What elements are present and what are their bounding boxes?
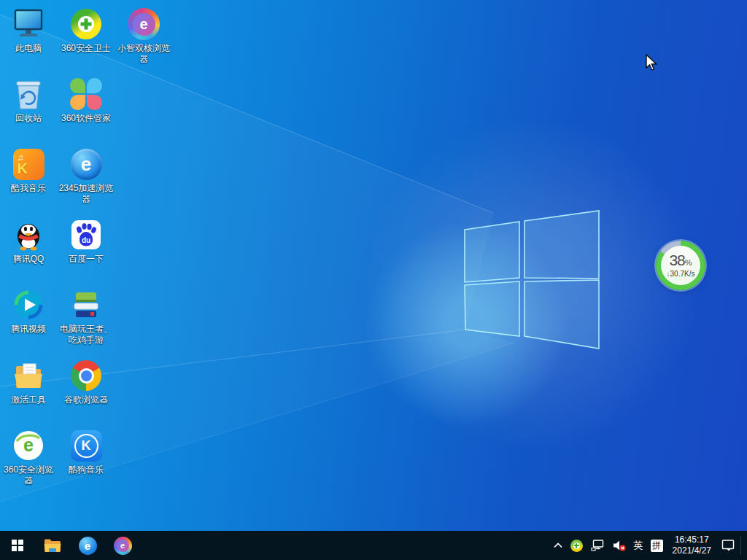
icon-label: 激活工具: [11, 394, 46, 405]
desktop-icon-360-security-guard[interactable]: 360安全卫士: [58, 7, 115, 54]
desktop-icon-bluestacks[interactable]: 电脑玩王者、吃鸡手游: [58, 288, 115, 346]
desktop-icon-kugou-music[interactable]: K 酷狗音乐: [58, 429, 115, 475]
speed-ball-face: 38% ↓30.7K/s: [661, 246, 700, 285]
icon-label: 酷我音乐: [11, 183, 46, 194]
clock-date: 2021/4/27: [673, 545, 711, 556]
icon-label: 百度一下: [69, 254, 104, 265]
icon-label: 电脑玩王者、吃鸡手游: [58, 324, 115, 346]
show-desktop-button[interactable]: [741, 531, 747, 560]
file-explorer-button[interactable]: [35, 531, 70, 560]
desktop-icon-baidu[interactable]: du 百度一下: [58, 218, 115, 265]
notification-icon: [721, 539, 735, 552]
desktop-icon-kuwo-music[interactable]: ♫K 酷我音乐: [0, 147, 57, 194]
360-browser-icon: e: [12, 429, 45, 462]
blue-e-icon: e: [79, 537, 97, 555]
ime-language-indicator[interactable]: 英: [630, 531, 647, 560]
mouse-cursor: [645, 54, 659, 71]
chrome-icon: [69, 359, 103, 392]
icon-label: 腾讯QQ: [13, 254, 44, 265]
desktop-icon-activation-tool[interactable]: 激活工具: [0, 359, 57, 405]
icon-label: 回收站: [15, 113, 42, 124]
folder-tool-icon: [12, 359, 45, 392]
four-leaf-icon: [69, 77, 103, 111]
desktop-icon-this-pc[interactable]: 此电脑: [0, 7, 57, 54]
desktop-icon-tencent-video[interactable]: 腾讯视频: [0, 288, 57, 335]
blue-e-icon: e: [69, 147, 103, 181]
action-center-button[interactable]: [717, 531, 739, 560]
volume-status[interactable]: [608, 531, 630, 560]
tencent-video-icon: [12, 288, 45, 322]
clock-time: 16:45:17: [675, 534, 709, 545]
rainbow-e-icon: e: [114, 537, 132, 555]
qq-penguin-icon: [12, 218, 45, 252]
desktop-icon-xiaozhi-browser[interactable]: e 小智双核浏览器: [115, 7, 172, 65]
icon-label: 腾讯视频: [11, 324, 46, 335]
tray-360-safety-ball[interactable]: [567, 531, 587, 560]
kugou-k-icon: K: [69, 429, 103, 462]
icon-label: 此电脑: [15, 43, 42, 54]
ime-pinyin-icon: 拼: [651, 540, 663, 552]
windows-logo-icon: [12, 540, 23, 551]
icon-label: 谷歌浏览器: [64, 394, 108, 405]
pinned-2345-browser-button[interactable]: e: [70, 531, 105, 560]
desktop-icon-360-software-manager[interactable]: 360软件管家: [58, 77, 115, 124]
show-hidden-icons-button[interactable]: [549, 531, 567, 560]
desktop-icon-360-safe-browser[interactable]: e 360安全浏览器: [0, 429, 57, 486]
desktop-icon-chrome[interactable]: 谷歌浏览器: [58, 359, 115, 405]
360-shield-icon: [69, 7, 103, 41]
network-status[interactable]: [587, 531, 608, 560]
kuwo-music-icon: ♫K: [12, 147, 45, 181]
ime-lang-label: 英: [634, 539, 643, 552]
svg-text:e: e: [23, 435, 34, 455]
svg-text:du: du: [82, 236, 90, 244]
chevron-up-icon: [553, 541, 563, 550]
system-tray: 英 拼 16:45:17 2021/4/27: [549, 531, 747, 560]
icon-label: 360安全浏览器: [0, 464, 57, 486]
taskbar: e e: [0, 531, 747, 560]
icon-label: 2345加速浏览器: [58, 183, 115, 205]
pinned-xiaozhi-browser-button[interactable]: e: [105, 531, 140, 560]
desktop-icon-recycle-bin[interactable]: 回收站: [0, 77, 57, 124]
icon-label: 360安全卫士: [61, 43, 111, 54]
desktop-icon-tencent-qq[interactable]: 腾讯QQ: [0, 218, 57, 265]
icon-label: 酷狗音乐: [69, 464, 104, 475]
folder-icon: [43, 536, 62, 555]
icon-label: 小智双核浏览器: [115, 43, 172, 65]
download-speed: ↓30.7K/s: [667, 270, 695, 278]
start-button[interactable]: [0, 531, 35, 560]
desktop-icon-2345-browser[interactable]: e 2345加速浏览器: [58, 147, 115, 205]
speed-ball[interactable]: 38% ↓30.7K/s: [656, 241, 705, 290]
taskbar-clock[interactable]: 16:45:17 2021/4/27: [667, 531, 717, 560]
ime-mode-indicator[interactable]: 拼: [647, 531, 667, 560]
speaker-muted-icon: [612, 539, 627, 552]
download-percent: 38%: [669, 253, 692, 270]
360-ball-icon: [570, 540, 583, 552]
icon-label: 360软件管家: [61, 113, 111, 124]
this-pc-icon: [12, 7, 45, 41]
baidu-paw-icon: du: [69, 218, 103, 252]
rainbow-e-icon: e: [127, 7, 160, 41]
desktop-wallpaper: 此电脑 回收站 ♫K 酷我音乐: [0, 0, 747, 560]
stacked-layers-icon: [69, 288, 103, 322]
recycle-bin-icon: [12, 77, 45, 111]
ethernet-network-icon: [590, 539, 605, 552]
